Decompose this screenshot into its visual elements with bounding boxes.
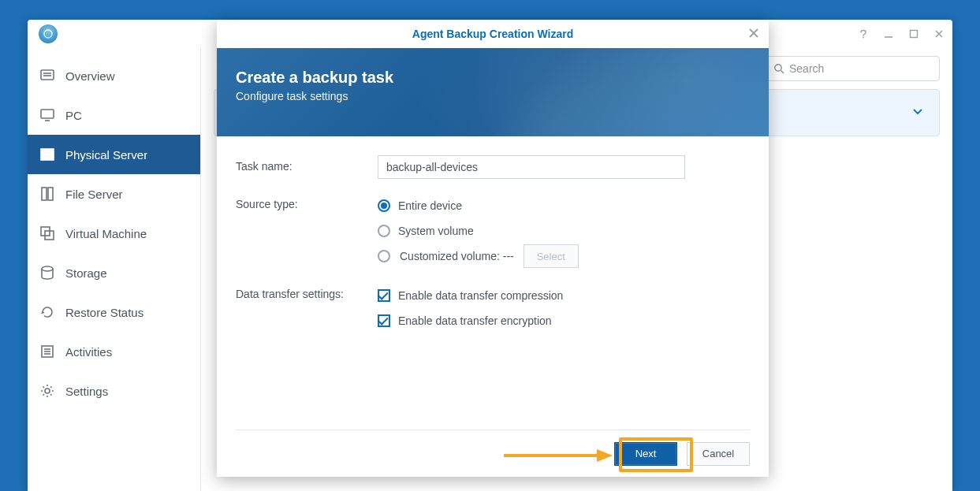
select-button[interactable]: Select [524,244,579,268]
file-server-icon [39,185,56,203]
activities-icon [39,343,56,360]
svg-rect-2 [911,31,918,38]
monitor-icon [39,106,56,124]
checkbox-label: Enable data transfer encryption [398,314,552,327]
radio-label: Customized volume: --- [400,250,514,262]
sidebar-item-label: Virtual Machine [65,227,147,240]
sidebar: Overview PC Physical Server File Server … [28,48,201,491]
storage-icon [39,264,56,281]
checkbox-icon [378,314,390,327]
svg-point-23 [775,65,781,71]
sidebar-item-label: File Server [65,188,123,201]
radio-icon [378,199,390,212]
task-name-input[interactable] [378,155,685,179]
source-type-label: Source type: [236,193,378,269]
vm-icon [39,225,56,242]
radio-label: System volume [398,225,474,237]
radio-label: Entire device [398,199,462,212]
checkbox-compression[interactable]: Enable data transfer compression [378,283,750,308]
gear-icon [39,382,56,400]
sidebar-item-label: Physical Server [65,148,147,162]
svg-marker-28 [597,449,613,462]
radio-icon [378,225,390,237]
sidebar-item-virtual-machine[interactable]: Virtual Machine [28,214,200,253]
sidebar-item-pc[interactable]: PC [28,95,200,135]
dialog-title: Agent Backup Creation Wizard [412,28,573,40]
help-icon[interactable] [858,28,869,39]
sidebar-item-overview[interactable]: Overview [28,56,200,95]
overview-icon [39,67,56,84]
sidebar-item-label: Restore Status [65,306,143,319]
radio-system-volume[interactable]: System volume [378,218,750,244]
dialog-subheading: Configure task settings [236,90,750,102]
svg-rect-13 [42,188,47,200]
dialog-titlebar: Agent Backup Creation Wizard [217,20,769,48]
svg-point-17 [42,266,53,271]
svg-rect-14 [48,188,53,200]
sidebar-item-label: Storage [65,266,107,280]
svg-rect-8 [41,110,54,118]
app-logo-icon [39,24,58,43]
radio-icon [378,250,390,262]
search-placeholder: Search [789,62,824,75]
close-main-icon[interactable] [933,28,945,39]
server-icon [39,146,56,163]
radio-customized-volume[interactable]: Customized volume: --- Select [378,244,750,269]
sidebar-item-storage[interactable]: Storage [28,253,200,292]
checkbox-encryption[interactable]: Enable data transfer encryption [378,308,750,333]
data-transfer-label: Data transfer settings: [236,283,378,333]
chevron-down-icon[interactable] [911,104,925,121]
dialog-heading: Create a backup task [236,69,750,87]
maximize-icon[interactable] [908,28,919,39]
wizard-dialog: Agent Backup Creation Wizard Create a ba… [217,20,769,477]
search-input[interactable]: Search [766,56,940,81]
svg-rect-12 [41,157,54,160]
search-icon [773,63,784,74]
cancel-button[interactable]: Cancel [687,442,750,466]
minimize-icon[interactable] [883,28,894,39]
sidebar-item-activities[interactable]: Activities [28,332,200,371]
radio-entire-device[interactable]: Entire device [378,193,750,218]
task-name-label: Task name: [236,155,378,179]
close-icon[interactable] [748,26,759,43]
dialog-content: Task name: Source type: Entire device Sy… [217,136,769,430]
dialog-footer: Next Cancel [236,430,750,477]
svg-point-0 [863,37,864,39]
svg-point-22 [45,389,50,393]
svg-line-24 [781,71,784,74]
arrow-annotation [504,448,614,467]
sidebar-item-label: Settings [65,385,108,398]
sidebar-item-label: PC [65,109,82,122]
sidebar-item-file-server[interactable]: File Server [28,174,200,214]
sidebar-item-label: Overview [65,69,115,83]
svg-rect-5 [41,70,54,80]
restore-icon [39,303,56,321]
next-button[interactable]: Next [614,442,677,466]
svg-rect-10 [41,149,54,152]
checkbox-icon [378,289,390,302]
dialog-header: Create a backup task Configure task sett… [217,48,769,136]
sidebar-item-restore-status[interactable]: Restore Status [28,292,200,332]
sidebar-item-settings[interactable]: Settings [28,371,200,411]
sidebar-item-physical-server[interactable]: Physical Server [28,135,200,174]
svg-rect-11 [41,153,54,156]
checkbox-label: Enable data transfer compression [398,289,563,302]
sidebar-item-label: Activities [65,345,112,359]
